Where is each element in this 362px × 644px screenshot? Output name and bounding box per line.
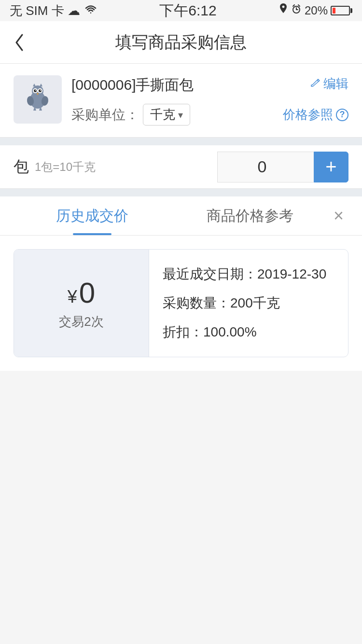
tabs-divider [0,189,362,196]
status-time: 下午6:12 [159,1,216,21]
svg-line-3 [293,5,294,6]
location-icon [278,3,288,18]
product-header: [0000006]手撕面包 编辑 [71,75,348,95]
price-card: ¥0 交易2次 最近成交日期：2019-12-30 采购数量：200千克 折扣：… [14,249,348,357]
discount-label: 折扣： [163,324,203,339]
page-title: 填写商品采购信息 [115,31,247,54]
unit-value: 千克 [150,106,175,123]
product-info: [0000006]手撕面包 编辑 采购单位： 千克 ▾ [71,75,348,126]
tab-history-label: 历史成交价 [56,206,128,226]
price-left-panel: ¥0 交易2次 [14,250,149,357]
quantity-input[interactable] [217,152,314,182]
price-value: 0 [79,277,95,309]
product-thumbnail [14,75,62,124]
discount-value: 100.00% [203,324,257,339]
tab-product-price-ref[interactable]: 商品价格参考 [171,196,328,235]
product-unit-row: 采购单位： 千克 ▾ 价格参照 ? [71,104,348,126]
quantity-row: 包 1包=10千克 + [0,145,362,189]
tabs-panel: 历史成交价 商品价格参考 × ¥0 交易2次 最近成交日期：2019-12-30… [0,196,362,371]
svg-marker-23 [40,84,42,86]
svg-line-4 [298,5,300,6]
unit-label: 采购单位： [71,106,139,124]
owl-logo-icon [23,83,52,117]
price-amount: ¥0 [68,276,95,309]
tabs-header: 历史成交价 商品价格参考 × [0,196,362,236]
svg-point-9 [34,89,37,92]
unit-selector-group: 采购单位： 千克 ▾ [71,104,190,126]
tab-history-price[interactable]: 历史成交价 [14,196,171,235]
price-ref-label: 价格参照 [283,106,333,123]
nav-bar: 填写商品采购信息 [0,21,362,64]
purchase-qty-row: 采购数量：200千克 [163,293,334,313]
edit-label: 编辑 [323,75,348,92]
currency-symbol: ¥ [68,287,77,307]
unit-dropdown[interactable]: 千克 ▾ [143,104,190,126]
status-bar: 无 SIM 卡 ☁ 下午6:12 20% [0,0,362,21]
price-reference-button[interactable]: 价格参照 ? [283,106,348,123]
purchase-qty-label: 采购数量： [163,295,230,310]
price-transactions: 交易2次 [59,313,103,330]
recent-date-label: 最近成交日期： [163,266,257,281]
tab-product-label: 商品价格参考 [207,206,293,226]
svg-line-24 [317,80,319,82]
svg-point-10 [39,89,42,92]
svg-point-11 [35,90,36,91]
section-divider [0,138,362,145]
quantity-input-group: + [217,152,348,182]
info-icon: ? [336,109,348,121]
svg-marker-22 [33,84,36,86]
product-name: [0000006]手撕面包 [71,75,194,95]
wifi-icon [84,3,97,18]
status-right: 20% [278,3,352,18]
battery-percent: 20% [305,4,328,17]
edit-button[interactable]: 编辑 [311,75,348,92]
tab-content: ¥0 交易2次 最近成交日期：2019-12-30 采购数量：200千克 折扣：… [0,236,362,371]
back-button[interactable] [14,33,25,52]
quantity-unit-note: 1包=10千克 [35,159,217,175]
tab-close-button[interactable]: × [329,206,348,226]
no-sim-text: 无 SIM 卡 ☁ [10,2,80,19]
purchase-qty-value: 200千克 [230,295,280,310]
main-content [0,371,362,644]
recent-date-value: 2019-12-30 [257,266,326,281]
edit-icon [311,76,321,91]
discount-row: 折扣：100.00% [163,322,334,342]
product-section: [0000006]手撕面包 编辑 采购单位： 千克 ▾ [0,64,362,138]
svg-point-12 [40,90,41,91]
recent-date-row: 最近成交日期：2019-12-30 [163,264,334,284]
quantity-unit: 包 [14,156,29,178]
quantity-plus-button[interactable]: + [314,152,348,182]
alarm-icon [291,4,302,17]
chevron-down-icon: ▾ [178,109,183,121]
battery-icon [331,6,352,15]
status-left: 无 SIM 卡 ☁ [10,2,97,19]
price-right-panel: 最近成交日期：2019-12-30 采购数量：200千克 折扣：100.00% [149,250,348,357]
